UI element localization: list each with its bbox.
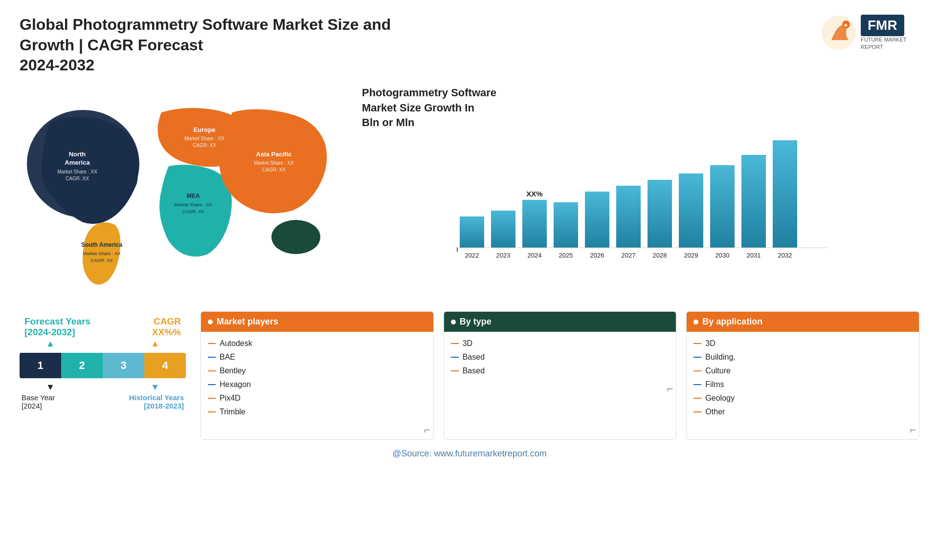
dash-icon xyxy=(208,384,216,385)
page-title: Global Photogrammetry Software Market Si… xyxy=(20,15,411,76)
svg-text:2030: 2030 xyxy=(715,252,730,259)
list-item: Building, xyxy=(693,350,912,364)
logo-full-name: FUTURE MARKET REPORT xyxy=(861,36,919,51)
svg-rect-23 xyxy=(522,200,547,248)
svg-rect-22 xyxy=(491,211,515,248)
timeline-seg-2: 2 xyxy=(61,353,103,378)
fmr-logo-icon: ▶ xyxy=(822,16,856,50)
dash-icon xyxy=(208,357,216,358)
svg-text:2027: 2027 xyxy=(622,252,636,259)
world-map-svg: North America Market Share : XX CAGR: XX… xyxy=(20,86,333,286)
item-text: 3D xyxy=(705,339,715,348)
svg-rect-26 xyxy=(616,186,641,248)
dash-icon xyxy=(693,398,701,399)
svg-rect-28 xyxy=(679,173,703,248)
item-text: 3D xyxy=(463,339,472,348)
svg-text:2024: 2024 xyxy=(528,252,542,259)
chart-title: Photogrammetry SoftwareMarket Size Growt… xyxy=(362,86,919,130)
bracket-icon: ⌐ xyxy=(201,424,433,439)
svg-text:America: America xyxy=(65,159,90,166)
item-text: Films xyxy=(705,380,724,389)
svg-rect-24 xyxy=(554,202,578,248)
cagr-arrow-up: ▲ xyxy=(151,339,159,349)
item-text: Building, xyxy=(705,353,735,362)
item-text: Based xyxy=(463,353,485,362)
svg-text:CAGR: XX: CAGR: XX xyxy=(90,258,113,263)
svg-text:CAGR: XX: CAGR: XX xyxy=(193,143,216,148)
svg-point-4 xyxy=(271,220,320,254)
svg-rect-29 xyxy=(710,165,735,248)
svg-text:2032: 2032 xyxy=(778,252,792,259)
by-application-header: By application xyxy=(687,312,919,332)
item-text: Autodesk xyxy=(220,339,252,348)
dash-icon xyxy=(208,398,216,399)
list-item: Films xyxy=(693,378,912,391)
market-players-header: Market players xyxy=(201,312,433,332)
by-type-box: By type 3D Based Based ⌐ xyxy=(444,311,677,440)
by-application-dot xyxy=(693,320,698,324)
list-item: Bentley xyxy=(208,364,426,378)
timeline-bar: 1 2 3 4 xyxy=(20,353,186,378)
base-year-label: Base Year [2024] xyxy=(22,393,55,410)
svg-text:2022: 2022 xyxy=(465,252,479,259)
dash-icon xyxy=(693,370,701,371)
forecast-years-label: Forecast Years [2024-2032] xyxy=(24,316,90,338)
list-item: Pix4D xyxy=(208,391,426,405)
svg-text:XX%: XX% xyxy=(526,190,542,198)
svg-text:2025: 2025 xyxy=(559,252,573,259)
svg-text:Market Share : XX: Market Share : XX xyxy=(254,160,294,166)
by-application-box: By application 3D Building, Culture xyxy=(686,311,919,440)
logo-abbr: FMR xyxy=(861,15,904,36)
historical-years-label: Historical Years [2018-2023] xyxy=(129,393,184,410)
svg-text:MEA: MEA xyxy=(187,193,200,199)
dash-icon xyxy=(208,370,216,371)
dash-icon xyxy=(451,370,459,371)
market-players-box: Market players Autodesk BAE Bentley xyxy=(201,311,434,440)
timeline-seg-1: 1 xyxy=(20,353,61,378)
list-item: Other xyxy=(693,405,912,419)
timeline-seg-3: 3 xyxy=(103,353,144,378)
dash-icon xyxy=(693,384,701,385)
dash-icon xyxy=(208,411,216,412)
dash-icon xyxy=(693,411,701,412)
bar-chart-area: Photogrammetry SoftwareMarket Size Growt… xyxy=(352,86,919,297)
header: Global Photogrammetry Software Market Si… xyxy=(20,15,919,76)
forecast-arrow-up: ▲ xyxy=(46,339,55,349)
svg-text:North: North xyxy=(69,151,86,158)
item-text: Trimble xyxy=(220,408,246,416)
by-type-items: 3D Based Based xyxy=(444,332,676,383)
list-item: 3D xyxy=(451,337,670,350)
item-text: Based xyxy=(463,366,485,375)
item-text: Bentley xyxy=(220,366,246,375)
list-item: Hexagon xyxy=(208,378,426,391)
svg-text:Market Share : XX: Market Share : XX xyxy=(184,136,224,141)
item-text: Geology xyxy=(705,394,735,403)
svg-text:CAGR: XX: CAGR: XX xyxy=(182,209,204,214)
bracket-icon: ⌐ xyxy=(687,424,919,439)
by-type-dot xyxy=(451,320,456,324)
item-text: Culture xyxy=(705,366,731,375)
bar-chart-svg: XX% XX% 2022 2023 2024 2025 2026 2027 20… xyxy=(362,140,919,287)
svg-text:Market Share : XX: Market Share : XX xyxy=(174,202,212,207)
svg-text:Europe: Europe xyxy=(194,126,216,133)
category-boxes: Market players Autodesk BAE Bentley xyxy=(201,311,919,440)
item-text: BAE xyxy=(220,353,235,362)
bottom-section: Forecast Years [2024-2032] CAGR XX%% ▲ ▲… xyxy=(20,311,919,440)
source-footer: @Source: www.futuremarketreport.com xyxy=(20,449,919,459)
base-year-arrow-down: ▼ xyxy=(46,382,55,392)
market-players-dot xyxy=(208,320,213,324)
list-item: Based xyxy=(451,364,670,378)
svg-rect-21 xyxy=(460,216,484,248)
list-item: Culture xyxy=(693,364,912,378)
svg-text:2026: 2026 xyxy=(590,252,604,259)
bar-chart-container: XX% XX% 2022 2023 2024 2025 2026 2027 20… xyxy=(362,140,919,297)
hist-years-arrow-down: ▼ xyxy=(151,382,159,392)
svg-rect-25 xyxy=(585,192,609,248)
svg-text:▶: ▶ xyxy=(845,23,848,27)
list-item: BAE xyxy=(208,350,426,364)
item-text: Hexagon xyxy=(220,380,251,389)
svg-text:CAGR: XX: CAGR: XX xyxy=(262,167,286,172)
dash-icon xyxy=(693,357,701,358)
dash-icon xyxy=(208,343,216,344)
list-item: Based xyxy=(451,350,670,364)
